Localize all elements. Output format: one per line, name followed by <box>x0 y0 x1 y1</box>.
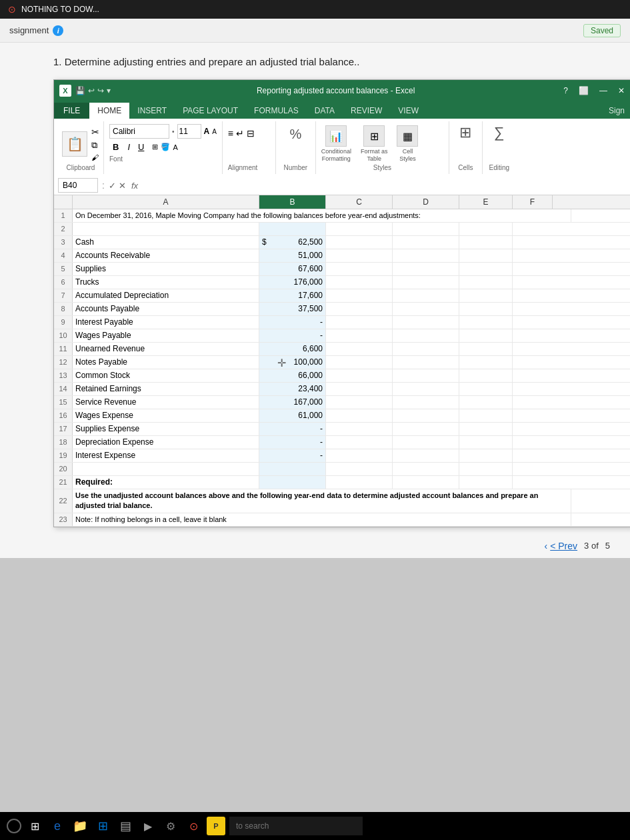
cell-12c[interactable] <box>326 356 393 369</box>
cell-9a[interactable]: Interest Payable <box>73 316 259 329</box>
format-painter-icon[interactable]: 🖌 <box>91 153 99 161</box>
cell-10d[interactable] <box>393 329 459 342</box>
cell-16a[interactable]: Wages Expense <box>73 409 259 422</box>
cell-14c[interactable] <box>326 383 393 395</box>
media-icon[interactable]: ▤ <box>116 817 135 835</box>
font-name-input[interactable] <box>109 124 169 139</box>
cell-9d[interactable] <box>393 316 459 329</box>
info-icon[interactable]: i <box>53 25 63 36</box>
cell-3b[interactable]: $62,500 <box>259 236 326 249</box>
cell-4d[interactable] <box>393 249 459 262</box>
cell-2a[interactable] <box>73 223 259 235</box>
cell-1a[interactable]: On December 31, 2016, Maple Moving Compa… <box>73 209 571 222</box>
cell-15c[interactable] <box>326 396 393 409</box>
cell-9c[interactable] <box>326 316 393 329</box>
cell-12e[interactable] <box>459 356 513 369</box>
cell-2d[interactable] <box>393 223 459 235</box>
cell-8d[interactable] <box>393 303 459 315</box>
tab-page-layout[interactable]: PAGE LAYOUT <box>175 103 246 119</box>
cell-14a[interactable]: Retained Earnings <box>73 383 259 395</box>
cell-17b[interactable]: - <box>259 423 326 435</box>
tab-formulas[interactable]: FORMULAS <box>246 103 307 119</box>
cell-3a[interactable]: Cash <box>73 236 259 249</box>
cell-8b[interactable]: 37,500 <box>259 303 326 315</box>
tab-home[interactable]: HOME <box>89 103 129 119</box>
cell-reference-box[interactable] <box>58 178 98 193</box>
cell-17c[interactable] <box>326 423 393 435</box>
tab-data[interactable]: DATA <box>307 103 343 119</box>
cell-13d[interactable] <box>393 369 459 382</box>
cell-8a[interactable]: Accounts Payable <box>73 303 259 315</box>
cell-22a[interactable]: Use the unadjusted account balances abov… <box>73 489 571 513</box>
cell-6a[interactable]: Trucks <box>73 276 259 289</box>
cell-5c[interactable] <box>326 263 393 275</box>
cell-11a[interactable]: Unearned Revenue <box>73 343 259 355</box>
cell-18d[interactable] <box>393 436 459 449</box>
cell-12d[interactable] <box>393 356 459 369</box>
cell-5b[interactable]: 67,600 <box>259 263 326 275</box>
formula-input[interactable] <box>143 179 629 191</box>
cell-7c[interactable] <box>326 289 393 302</box>
cut-icon[interactable]: ✂ <box>91 127 99 137</box>
chrome-icon[interactable]: ⊙ <box>184 817 203 835</box>
cell-11d[interactable] <box>393 343 459 355</box>
cell-6c[interactable] <box>326 276 393 289</box>
cell-16e[interactable] <box>459 409 513 422</box>
cell-15a[interactable]: Service Revenue <box>73 396 259 409</box>
cell-15b[interactable]: 167,000 <box>259 396 326 409</box>
cell-20b[interactable] <box>259 463 326 475</box>
cell-7d[interactable] <box>393 289 459 302</box>
bold-button[interactable]: B <box>109 141 122 153</box>
cell-8c[interactable] <box>326 303 393 315</box>
cell-19e[interactable] <box>459 449 513 462</box>
cell-18b[interactable]: - <box>259 436 326 449</box>
cell-5a[interactable]: Supplies <box>73 263 259 275</box>
undo-icon[interactable]: ↩ <box>88 86 95 95</box>
cell-20d[interactable] <box>393 463 459 475</box>
cell-13c[interactable] <box>326 369 393 382</box>
cell-10a[interactable]: Wages Payable <box>73 329 259 342</box>
check-icon[interactable]: ✓ <box>109 181 116 191</box>
cell-19c[interactable] <box>326 449 393 462</box>
restore-button[interactable]: ⬜ <box>576 86 591 95</box>
cell-16c[interactable] <box>326 409 393 422</box>
cell-4c[interactable] <box>326 249 393 262</box>
pbi-icon[interactable]: P <box>207 817 225 835</box>
cell-20a[interactable] <box>73 463 259 475</box>
tab-review[interactable]: REVIEW <box>343 103 390 119</box>
cell-18e[interactable] <box>459 436 513 449</box>
cell-8e[interactable] <box>459 303 513 315</box>
copy-icon[interactable]: ⧉ <box>91 140 99 151</box>
cell-11c[interactable] <box>326 343 393 355</box>
cell-20c[interactable] <box>326 463 393 475</box>
cell-16b[interactable]: 61,000 <box>259 409 326 422</box>
conditional-formatting-button[interactable]: 📊 ConditionalFormatting <box>321 125 351 163</box>
close-button[interactable]: ✕ <box>615 86 627 95</box>
cell-4a[interactable]: Accounts Receivable <box>73 249 259 262</box>
file-explorer-icon[interactable]: 📁 <box>71 817 89 835</box>
font-size-input[interactable] <box>177 124 201 139</box>
cell-9b[interactable]: - <box>259 316 326 329</box>
cell-18a[interactable]: Depreciation Expense <box>73 436 259 449</box>
video-icon[interactable]: ▶ <box>139 817 157 835</box>
cell-17e[interactable] <box>459 423 513 435</box>
cell-14e[interactable] <box>459 383 513 395</box>
borders-icon[interactable]: ⊞ <box>152 143 158 151</box>
cell-2b[interactable] <box>259 223 326 235</box>
cell-10e[interactable] <box>459 329 513 342</box>
windows-search-icon[interactable] <box>7 819 21 833</box>
cell-21a[interactable]: Required: <box>73 476 259 489</box>
cell-20e[interactable] <box>459 463 513 475</box>
percent-button[interactable]: % <box>289 127 301 142</box>
cell-3c[interactable] <box>326 236 393 249</box>
underline-button[interactable]: U <box>135 141 147 153</box>
task-view-icon[interactable]: ⊞ <box>25 817 44 835</box>
tab-view[interactable]: VIEW <box>390 103 427 119</box>
paste-button[interactable]: 📋 <box>62 131 87 157</box>
cell-18c[interactable] <box>326 436 393 449</box>
cell-7b[interactable]: 17,600 <box>259 289 326 302</box>
save-icon[interactable]: 💾 <box>75 86 85 95</box>
font-color-icon[interactable]: A <box>173 143 177 151</box>
italic-button[interactable]: I <box>125 141 133 153</box>
cell-13e[interactable] <box>459 369 513 382</box>
